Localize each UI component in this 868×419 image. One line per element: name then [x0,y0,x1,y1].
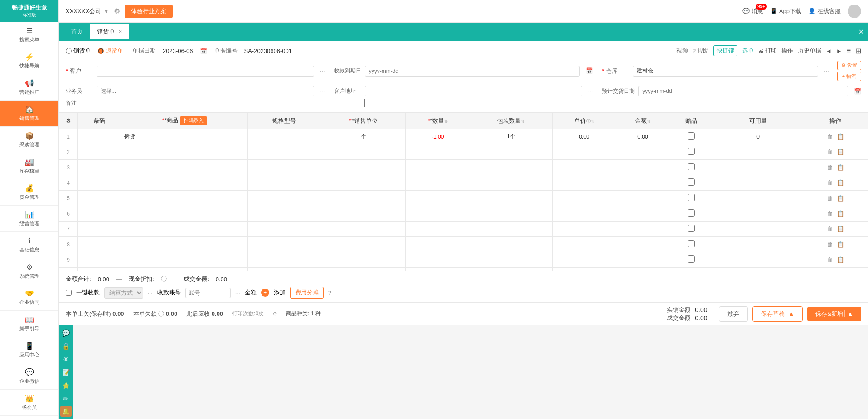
row-product[interactable] [121,222,247,237]
row-spec[interactable] [248,252,321,268]
row-pack-qty[interactable] [470,252,552,268]
gift-checkbox[interactable] [688,148,695,155]
customer-dots[interactable]: ··· [320,67,325,74]
row-pack-qty[interactable] [470,222,552,237]
row-qty[interactable] [406,191,470,206]
customer-input[interactable] [97,66,314,77]
row-barcode[interactable] [78,237,121,252]
row-amount[interactable] [616,160,669,175]
trial-button[interactable]: 体验行业方案 [125,5,173,18]
row-gift[interactable] [669,175,713,191]
save-draft-button[interactable]: 保存草稿 ▲ [752,306,803,322]
delete-row-icon[interactable]: 🗑 [827,241,833,248]
prev-icon[interactable]: ◄ [826,48,832,54]
delete-row-icon[interactable]: 🗑 [827,149,833,155]
row-spec[interactable] [248,206,321,222]
sidebar-item-guide[interactable]: 📖 新手引导 [0,311,58,337]
payment-method-select[interactable]: 结算方式 [104,287,143,299]
row-barcode[interactable] [78,252,121,268]
sidebar-item-purchase[interactable]: 📦 采购管理 [0,127,58,153]
sidebar-item-quick-nav[interactable]: ⚡ 快捷导航 [0,48,58,74]
message-item[interactable]: 💬 消息 99+ [742,7,763,15]
note-input[interactable] [93,99,365,107]
col-settings-icon[interactable]: ⚙ [66,117,71,124]
warehouse-dots[interactable]: ··· [824,67,829,74]
delete-row-icon[interactable]: 🗑 [827,164,833,171]
row-qty[interactable] [406,237,470,252]
row-price[interactable] [552,144,616,160]
row-amount[interactable] [616,175,669,191]
row-barcode[interactable] [78,206,121,222]
row-pack-qty[interactable] [470,268,552,271]
row-spec[interactable] [248,129,321,144]
gift-checkbox[interactable] [688,132,695,140]
row-pack-qty[interactable] [470,191,552,206]
row-amount[interactable] [616,144,669,160]
delete-row-icon[interactable]: 🗑 [827,195,833,202]
row-price[interactable] [552,206,616,222]
row-barcode[interactable] [78,191,121,206]
sidebar-item-member[interactable]: 👑 畅会员 [0,390,58,416]
gift-checkbox[interactable] [688,225,695,232]
row-qty[interactable] [406,160,470,175]
row-price[interactable] [552,191,616,206]
row-qty[interactable] [406,268,470,271]
customer-addr-dots[interactable]: ··· [588,88,593,95]
expected-date-calendar-icon[interactable]: 📅 [854,88,861,95]
row-unit[interactable] [321,206,406,222]
row-unit[interactable] [321,268,406,271]
row-pack-qty[interactable] [470,144,552,160]
sidebar-item-system[interactable]: ⚙ 系统管理 [0,258,58,284]
row-spec[interactable] [248,144,321,160]
row-price[interactable] [552,252,616,268]
sidebar-item-wechat[interactable]: 💬 企业微信 [0,363,58,390]
row-product[interactable]: 拆货 [121,129,247,144]
settings-btn[interactable]: ⚙ 设置 [837,61,861,70]
sidebar-item-basic-info[interactable]: ℹ 基础信息 [0,232,58,258]
row-product[interactable] [121,160,247,175]
abandon-button[interactable]: 放弃 [719,306,748,322]
gift-checkbox[interactable] [688,194,695,201]
total-debt-info-icon[interactable]: ⓘ [158,310,164,317]
row-barcode[interactable] [78,222,121,237]
row-gift[interactable] [669,144,713,160]
save-new-arrow-icon[interactable]: ▲ [844,310,853,317]
row-product[interactable] [121,206,247,222]
warehouse-input[interactable] [633,66,818,77]
row-gift[interactable] [669,237,713,252]
account-input[interactable] [185,288,231,298]
panel-star-icon[interactable]: ⭐ [60,380,72,391]
window-close-icon[interactable]: × [858,27,863,37]
row-qty[interactable] [406,175,470,191]
row-barcode[interactable] [78,175,121,191]
radio-sales-input[interactable] [66,48,72,54]
online-support-item[interactable]: 👤 在线客服 [808,7,841,15]
gift-checkbox[interactable] [688,240,695,247]
scan-btn[interactable]: 扫码录入 [180,116,207,125]
panel-note-icon[interactable]: 📝 [60,366,72,378]
delete-row-icon[interactable]: 🗑 [827,256,833,263]
row-price[interactable] [552,237,616,252]
history-action[interactable]: 历史单据 [798,47,821,55]
topbar-settings-icon[interactable]: ⚙ [114,7,120,15]
panel-orange-icon[interactable]: 🔔 [60,406,72,417]
sidebar-item-marketing[interactable]: 📢 营销推广 [0,74,58,101]
copy-row-icon[interactable]: 📋 [837,210,844,217]
row-barcode[interactable] [78,268,121,271]
save-new-button[interactable]: 保存&新增 ▲ [807,307,861,321]
row-gift[interactable] [669,191,713,206]
company-dropdown-icon[interactable]: ▼ [103,8,109,14]
row-unit[interactable] [321,222,406,237]
row-gift[interactable] [669,252,713,268]
date-calendar-icon[interactable]: 📅 [200,48,207,54]
row-unit[interactable] [321,191,406,206]
row-amount[interactable] [616,252,669,268]
row-pack-qty[interactable] [470,206,552,222]
row-amount[interactable] [616,237,669,252]
row-product[interactable] [121,144,247,160]
fee-info-icon[interactable]: ? [328,289,331,296]
sidebar-item-inventory[interactable]: 🏭 库存核算 [0,153,58,179]
radio-return[interactable]: 退货单 [98,47,123,55]
sidebar-item-collab[interactable]: 🤝 企业协同 [0,284,58,311]
tab-home[interactable]: 首页 [63,24,90,39]
